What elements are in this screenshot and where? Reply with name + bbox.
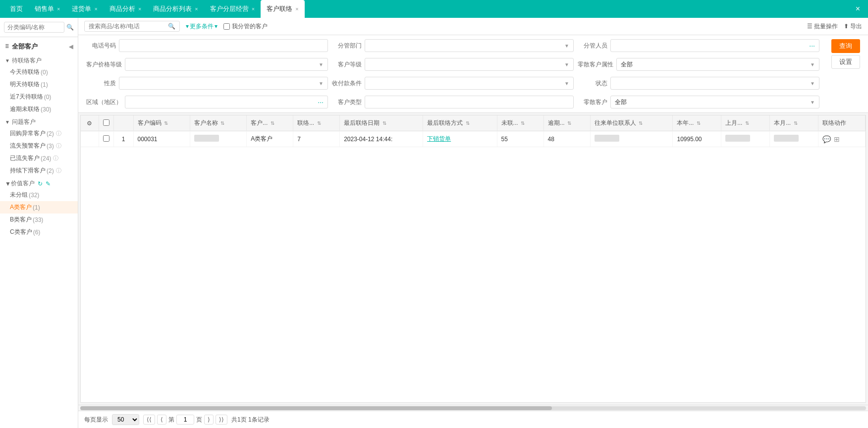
nav-customer-contact[interactable]: 客户联络 × (261, 0, 304, 18)
td-last-method: 下销货单 (423, 131, 497, 147)
td-type: A类客户 (247, 131, 293, 147)
refresh-icon[interactable]: ↻ (38, 180, 43, 187)
nav-close-sales[interactable]: × (57, 6, 60, 12)
th-checkbox (99, 115, 113, 131)
sort-year-icon: ⇅ (697, 120, 701, 126)
sidebar-item-overdue[interactable]: 逾期未联络 (30) (0, 103, 78, 115)
page-label: 第 (168, 416, 174, 424)
sort-date-icon: ⇅ (382, 120, 386, 126)
th-name: 客户名称 ⇅ (190, 115, 246, 131)
filter-customer-level: 客户等级 ▼ (332, 58, 574, 71)
filter-payment: 收付款条件 ▼ (332, 77, 574, 90)
edit-icon[interactable]: ✎ (46, 180, 51, 187)
filter-search-icon[interactable]: 🔍 (168, 23, 175, 30)
nav-goods-analysis[interactable]: 商品分析 × (104, 0, 147, 18)
filter-more-btn[interactable]: ▾ 更多条件 ▾ (186, 22, 217, 31)
nav-customer-segment[interactable]: 客户分层经营 × (204, 0, 261, 18)
data-table: ⚙ 客户编码 ⇅ 客户名称 ⇅ 客户... ⇅ (81, 115, 866, 147)
sidebar-search-input[interactable] (4, 22, 64, 33)
filter-status-select[interactable]: ▼ (610, 77, 819, 90)
nav-close-goods-list[interactable]: × (195, 6, 198, 12)
filter-payment-select[interactable]: ▼ (365, 77, 574, 90)
filter-search-input[interactable] (89, 23, 168, 30)
sidebar-section-value: ▼ 价值客户 ↻ ✎ (0, 177, 78, 189)
settings-button[interactable]: 设置 (831, 55, 860, 69)
nav-purchase[interactable]: 进货单 × (66, 0, 103, 18)
comment-icon[interactable]: 💬 (822, 135, 831, 143)
action-icons-group: 💬 ⊞ (822, 135, 861, 143)
name-blurred (194, 135, 219, 142)
my-customers-checkbox[interactable] (223, 23, 230, 30)
nav-close-all[interactable]: × (852, 4, 864, 13)
table-header-row: ⚙ 客户编码 ⇅ 客户名称 ⇅ 客户... ⇅ (81, 115, 866, 131)
sidebar-item-unclassified[interactable]: 未分组 (32) (0, 189, 78, 201)
filter-scattered-attr: 零散客户属性 全部 ▼ (578, 58, 819, 71)
nav-close-segment[interactable]: × (252, 6, 255, 12)
page-input[interactable] (176, 415, 194, 425)
td-this-month (770, 131, 818, 147)
last-method-link[interactable]: 下销货单 (427, 135, 451, 142)
filter-phone: 电话号码 (86, 39, 328, 52)
sidebar-item-declining[interactable]: 持续下滑客户 (2) ⓘ (0, 164, 78, 177)
filter-person-select[interactable]: ··· (610, 39, 819, 52)
prev-page-btn[interactable]: ⟨ (157, 415, 166, 425)
first-page-btn[interactable]: ⟨⟨ (143, 415, 155, 425)
nav-home[interactable]: 首页 (4, 0, 29, 18)
sidebar-item-repurchase[interactable]: 回购异常客户 (2) ⓘ (0, 127, 78, 140)
sidebar-content: ⠿ 全部客户 ◀ ▼ 待联络客户 今天待联络 (0) 明天待联络 (1) 近7天… (0, 37, 78, 428)
last-page-btn[interactable]: ⟩⟩ (216, 415, 227, 425)
sidebar-item-b-class[interactable]: B类客户 (33) (0, 214, 78, 226)
sidebar-item-tomorrow[interactable]: 明天待联络 (1) (0, 78, 78, 91)
nav-close-purchase[interactable]: × (94, 6, 97, 12)
sidebar-all-customers[interactable]: ⠿ 全部客户 ◀ (0, 39, 78, 54)
filter-type-input[interactable] (365, 96, 574, 108)
filter-scattered-select[interactable]: 全部 ▼ (610, 96, 819, 108)
filter-icon: ▾ (186, 23, 189, 30)
filter-price-level: 客户价格等级 ▼ (86, 58, 328, 71)
filter-level-select[interactable]: ▼ (365, 58, 574, 71)
filter-scattered: 零散客户 全部 ▼ (578, 96, 819, 108)
filter-dept-label: 分管部门 (332, 42, 362, 50)
filter-region-select[interactable]: ··· (125, 96, 328, 108)
td-uncontacted: 55 (497, 131, 543, 147)
filter-phone-input[interactable] (119, 39, 328, 52)
td-action: 💬 ⊞ (818, 131, 865, 147)
filter-price-select[interactable]: ▼ (125, 58, 328, 71)
th-action: 联络动作 (818, 115, 865, 131)
scrollbar-track (80, 406, 866, 410)
select-all-checkbox[interactable] (103, 119, 109, 126)
sidebar-item-today[interactable]: 今天待联络 (0) (0, 66, 78, 78)
arrow-icon: ▼ (5, 58, 10, 63)
page-label2: 页 (196, 416, 202, 424)
filter-dept-select[interactable]: ▼ (365, 39, 574, 52)
horizontal-scrollbar[interactable] (78, 405, 868, 411)
td-checkbox (99, 131, 113, 147)
chevron-price-icon: ▼ (319, 62, 324, 67)
filter-row-1: 电话号码 分管部门 ▼ 分管人员 (86, 39, 819, 52)
filter-my-customers[interactable]: 我分管的客户 (223, 22, 268, 31)
export-btn[interactable]: ⬆ 导出 (844, 22, 862, 31)
row-checkbox[interactable] (103, 135, 109, 142)
sidebar-item-c-class[interactable]: C类客户 (6) (0, 226, 78, 238)
sidebar-item-churned[interactable]: 已流失客户 (24) ⓘ (0, 152, 78, 164)
next-page-btn[interactable]: ⟩ (204, 415, 214, 425)
page-size-select[interactable]: 50 10 20 100 200 (112, 414, 139, 425)
nav-close-goods[interactable]: × (138, 6, 141, 12)
sidebar-item-7days[interactable]: 近7天待联络 (0) (0, 91, 78, 103)
nav-goods-list[interactable]: 商品分析列表 × (147, 0, 204, 18)
sort-name-icon: ⇅ (220, 120, 224, 126)
sidebar-item-churn-warning[interactable]: 流失预警客户 (3) ⓘ (0, 140, 78, 152)
nav-sales[interactable]: 销售单 × (29, 0, 66, 18)
nav-close-contact[interactable]: × (295, 6, 298, 12)
sidebar-item-a-class[interactable]: A类客户 (1) (0, 201, 78, 214)
chevron-status-icon: ▼ (810, 81, 815, 86)
batch-op-btn[interactable]: ☰ 批量操作 (807, 22, 838, 31)
filter-nature-select[interactable]: ▼ (119, 77, 328, 90)
grid-icon[interactable]: ⊞ (834, 135, 840, 143)
sidebar: 🔍 ⠿ 全部客户 ◀ ▼ 待联络客户 今天待联络 (0) 明天待联络 (1) (0, 18, 78, 428)
sidebar-search-icon[interactable]: 🔍 (66, 24, 74, 31)
th-last-date: 最后联络日期 ⇅ (340, 115, 423, 131)
this-month-blurred (774, 135, 799, 142)
filter-scattered-attr-select[interactable]: 全部 ▼ (616, 58, 819, 71)
query-button[interactable]: 查询 (831, 39, 860, 53)
